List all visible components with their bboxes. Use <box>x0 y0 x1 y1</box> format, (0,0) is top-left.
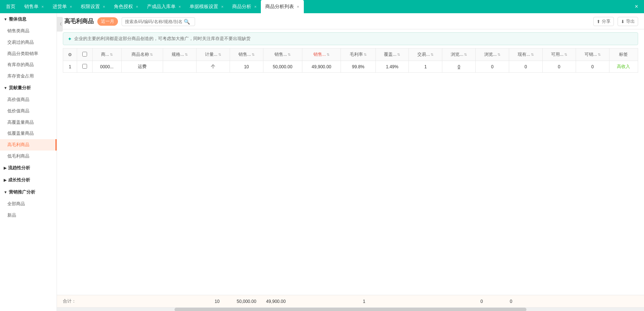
nav-item-sales[interactable]: 销售单 × <box>20 0 48 13</box>
nav-item-home[interactable]: 首页 <box>1 0 20 13</box>
search-box: 🔍 <box>122 17 195 26</box>
table-footer: 合计： 10 50,000.00 49,900.00 1 0 0 <box>57 295 644 307</box>
nav-item-product-analysis[interactable]: 商品分析 × <box>228 0 261 13</box>
col-sale-qty[interactable]: 销售...⇅ <box>230 48 263 61</box>
col-tag[interactable]: 标签 <box>609 48 638 61</box>
sidebar-item-stock-capital[interactable]: 库存资金占用 <box>0 70 57 82</box>
nav-item-template[interactable]: 单据模板设置 × <box>185 0 228 13</box>
close-product-entry-tab[interactable]: × <box>179 4 181 9</box>
cell-sale-amount: 50,000.00 <box>263 61 302 73</box>
scrollbar-thumb[interactable] <box>175 308 527 311</box>
close-role-tab[interactable]: × <box>136 4 138 9</box>
close-template-tab[interactable]: × <box>221 4 223 9</box>
nav-item-role[interactable]: 角色授权 × <box>109 0 143 13</box>
sidebar-item-category-rate[interactable]: 商品分类助销率 <box>0 48 57 59</box>
search-input[interactable] <box>125 19 184 24</box>
col-trade[interactable]: 交易...⇅ <box>409 48 442 61</box>
sidebar-collapse-button[interactable]: 《 <box>57 17 63 32</box>
arrow-down-icon-2: ▼ <box>4 86 7 90</box>
col-coverage[interactable]: 覆盖...⇅ <box>375 48 409 61</box>
arrow-down-icon-3: ▼ <box>4 190 7 194</box>
cell-sale-qty: 10 <box>230 61 263 73</box>
cell-coverage: 1.49% <box>375 61 409 73</box>
close-product-analysis-list-tab[interactable]: × <box>297 4 299 9</box>
row-checkbox[interactable] <box>82 64 87 69</box>
col-gross-rate[interactable]: 毛利率⇅ <box>341 48 375 61</box>
sidebar-item-high-value[interactable]: 高价值商品 <box>0 94 57 105</box>
nav-item-product-analysis-list[interactable]: 商品分析列表 × <box>261 0 303 13</box>
sidebar-item-low-value[interactable]: 低价值商品 <box>0 105 57 117</box>
cell-saleable: 0 <box>576 61 609 73</box>
cell-unit: 个 <box>197 61 230 73</box>
content-header: 高毛利商品 近一月 🔍 ⬆ 分享 ⬇ 导出 <box>57 13 644 29</box>
main-layout: ▼ 整体信息 销售类商品 交易过的商品 商品分类助销率 有库存的商品 库存资金占… <box>0 13 644 311</box>
cell-gross-rate: 99.8% <box>341 61 375 73</box>
col-current-stock[interactable]: 现有...⇅ <box>509 48 543 61</box>
sidebar-item-high-margin[interactable]: 高毛利商品 <box>0 139 57 151</box>
col-sale-profit[interactable]: 销售...⇅ <box>302 48 341 61</box>
cell-num: 1 <box>63 61 77 73</box>
sidebar-group-marketing[interactable]: ▼ 营销推广分析 <box>0 186 57 198</box>
col-settings[interactable]: ⚙ <box>63 48 77 61</box>
col-saleable[interactable]: 可销...⇅ <box>576 48 609 61</box>
sidebar-item-sales-goods[interactable]: 销售类商品 <box>0 25 57 37</box>
col-name[interactable]: 商品名称⇅ <box>121 48 163 61</box>
data-table: ⚙ 商...⇅ 商品名称⇅ 规格...⇅ 计量...⇅ 销售...⇅ 销售...… <box>63 48 638 73</box>
arrow-right-icon-2: ▶ <box>4 178 7 182</box>
nav-item-purchase[interactable]: 进货单 × <box>48 0 76 13</box>
sidebar-item-low-coverage[interactable]: 低覆盖量商品 <box>0 128 57 139</box>
nav-item-permission[interactable]: 权限设置 × <box>76 0 109 13</box>
arrow-right-icon: ▶ <box>4 166 7 170</box>
cell-sale-profit: 49,900.00 <box>302 61 341 73</box>
close-product-analysis-tab[interactable]: × <box>254 4 256 9</box>
col-unit[interactable]: 计量...⇅ <box>197 48 230 61</box>
table-row: 1 0000... 运费 个 10 50,000.00 49,900.00 99… <box>63 61 638 73</box>
sidebar-item-stock-goods[interactable]: 有库存的商品 <box>0 59 57 70</box>
page-title: 高毛利商品 <box>64 18 94 25</box>
sidebar-group-overall[interactable]: ▼ 整体信息 <box>0 13 57 25</box>
share-button[interactable]: ⬆ 分享 <box>593 17 614 26</box>
table-container[interactable]: ⚙ 商...⇅ 商品名称⇅ 规格...⇅ 计量...⇅ 销售...⇅ 销售...… <box>57 48 644 295</box>
share-icon: ⬆ <box>597 19 600 24</box>
sidebar-group-contribution[interactable]: ▼ 贡献量分析 <box>0 82 57 94</box>
close-permission-tab[interactable]: × <box>103 4 105 9</box>
sidebar-item-high-coverage[interactable]: 高覆盖量商品 <box>0 117 57 128</box>
cell-checkbox[interactable] <box>77 61 92 73</box>
sidebar-group-flow[interactable]: ▶ 流趋性分析 <box>0 162 57 174</box>
horizontal-scrollbar[interactable] <box>57 307 644 311</box>
col-available[interactable]: 可用...⇅ <box>542 48 576 61</box>
close-purchase-tab[interactable]: × <box>70 4 72 9</box>
cell-browse1[interactable]: 0 <box>442 61 476 73</box>
arrow-down-icon: ▼ <box>4 17 7 21</box>
cell-current-stock: 0 <box>509 61 543 73</box>
col-browse2[interactable]: 浏览...⇅ <box>476 48 509 61</box>
sidebar-item-low-margin[interactable]: 低毛利商品 <box>0 151 57 162</box>
sidebar-item-new-goods[interactable]: 新品 <box>0 210 57 221</box>
info-banner: ✦ 企业的主要的利润都是这部分商品创造的，可考虑加大推广，同时关注库存是不要出现… <box>63 32 638 45</box>
export-button[interactable]: ⬇ 导出 <box>618 17 638 26</box>
footer-saleable: 0 <box>496 299 526 304</box>
close-sales-tab[interactable]: × <box>42 4 44 9</box>
footer-sale-amount: 50,000.00 <box>232 299 261 304</box>
footer-sale-profit: 49,900.00 <box>261 299 291 304</box>
header-actions: ⬆ 分享 ⬇ 导出 <box>593 17 638 26</box>
filter-month-button[interactable]: 近一月 <box>97 17 118 26</box>
col-sale-amount[interactable]: 销售...⇅ <box>263 48 302 61</box>
search-icon[interactable]: 🔍 <box>184 19 190 25</box>
top-nav-bar: 首页 销售单 × 进货单 × 权限设置 × 角色授权 × 产成品入库单 × 单据… <box>0 0 644 13</box>
select-all-checkbox[interactable] <box>82 52 87 57</box>
col-checkbox[interactable] <box>77 48 92 61</box>
footer-trade: 1 <box>349 299 379 304</box>
cell-tag: 高收入 <box>609 61 638 73</box>
col-browse1[interactable]: 浏览...⇅ <box>442 48 476 61</box>
sidebar-item-all-goods[interactable]: 全部商品 <box>0 198 57 210</box>
col-code[interactable]: 商...⇅ <box>92 48 121 61</box>
cell-available: 0 <box>542 61 576 73</box>
sidebar-item-traded-goods[interactable]: 交易过的商品 <box>0 37 57 48</box>
cell-code: 0000... <box>92 61 121 73</box>
col-spec[interactable]: 规格...⇅ <box>163 48 197 61</box>
content-area: 《 高毛利商品 近一月 🔍 ⬆ 分享 ⬇ 导出 ✦ 企 <box>57 13 644 311</box>
close-all-tabs-button[interactable]: × <box>630 3 643 10</box>
nav-item-product-entry[interactable]: 产成品入库单 × <box>143 0 185 13</box>
sidebar-group-growth[interactable]: ▶ 成长性分析 <box>0 174 57 186</box>
